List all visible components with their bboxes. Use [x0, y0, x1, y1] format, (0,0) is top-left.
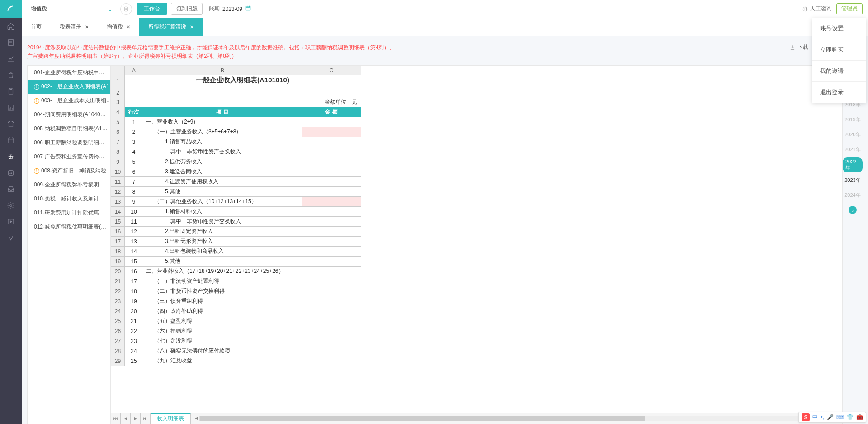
- line-number[interactable]: 18: [125, 286, 143, 296]
- line-number[interactable]: 11: [125, 217, 143, 227]
- line-number[interactable]: 12: [125, 227, 143, 237]
- row-header[interactable]: 10: [111, 167, 125, 177]
- tab-0[interactable]: 首页: [22, 18, 51, 36]
- report-item-6[interactable]: 007-广告费和业务宣传费跨…: [28, 150, 110, 164]
- item-cell[interactable]: （二）非货币性资产交换利得: [143, 286, 302, 296]
- row-header[interactable]: 12: [111, 187, 125, 197]
- user-menu-item-3[interactable]: 退出登录: [812, 82, 866, 103]
- close-icon[interactable]: ✕: [127, 24, 130, 29]
- cell[interactable]: [125, 88, 143, 97]
- row-header[interactable]: 17: [111, 237, 125, 247]
- item-cell[interactable]: 5.其他: [143, 257, 302, 267]
- nav-inbox-icon[interactable]: [0, 181, 22, 197]
- item-cell[interactable]: （八）确实无法偿付的应付款项: [143, 346, 302, 356]
- nav-calendar-icon[interactable]: [0, 132, 22, 148]
- line-number[interactable]: 15: [125, 257, 143, 267]
- ime-toolbar[interactable]: S 中 •, 🎤 ⌨ 👕 🧰: [798, 412, 866, 423]
- item-cell[interactable]: （二）其他业务收入（10+12+13+14+15）: [143, 197, 302, 207]
- item-cell[interactable]: （四）政府补助利得: [143, 306, 302, 316]
- row-header[interactable]: 14: [111, 207, 125, 217]
- sheet-nav-last[interactable]: ⏭: [141, 413, 151, 424]
- close-icon[interactable]: ✕: [85, 24, 89, 29]
- nav-tax-icon[interactable]: [0, 148, 22, 165]
- row-header[interactable]: 18: [111, 247, 125, 257]
- year-item-2022年[interactable]: 2022年: [843, 157, 863, 172]
- line-number[interactable]: 16: [125, 267, 143, 276]
- row-header[interactable]: 1: [111, 75, 125, 88]
- item-cell[interactable]: 3.出租无形资产收入: [143, 237, 302, 247]
- row-header[interactable]: 19: [111, 257, 125, 267]
- tab-1[interactable]: 税表清册✕: [51, 18, 98, 36]
- amount-cell[interactable]: [302, 257, 361, 267]
- item-cell[interactable]: 其中：非货币性资产交换收入: [143, 217, 302, 227]
- row-header[interactable]: 2: [111, 88, 125, 97]
- line-number[interactable]: 20: [125, 306, 143, 316]
- amount-cell[interactable]: [302, 197, 361, 207]
- nav-shirt-icon[interactable]: [0, 116, 22, 132]
- report-item-0[interactable]: 001-企业所得税年度纳税申…: [28, 66, 110, 80]
- amount-cell[interactable]: [302, 207, 361, 217]
- amount-cell[interactable]: [302, 177, 361, 187]
- row-header[interactable]: 13: [111, 197, 125, 207]
- row-header[interactable]: 15: [111, 217, 125, 227]
- user-menu-item-0[interactable]: 账号设置: [812, 18, 866, 39]
- ime-mic-icon[interactable]: 🎤: [827, 414, 834, 420]
- user-menu-item-1[interactable]: 立即购买: [812, 39, 866, 61]
- admin-button[interactable]: 管理员: [836, 3, 863, 14]
- amount-cell[interactable]: [302, 167, 361, 177]
- report-item-7[interactable]: !008-资产折旧、摊销及纳税…: [28, 164, 110, 178]
- nav-chart-icon[interactable]: [0, 51, 22, 67]
- item-cell[interactable]: （六）捐赠利得: [143, 326, 302, 336]
- amount-cell[interactable]: [302, 147, 361, 157]
- year-expand-icon[interactable]: ⌄: [849, 206, 857, 214]
- ime-punct-icon[interactable]: •,: [821, 414, 824, 420]
- nav-refresh-icon[interactable]: [0, 165, 22, 181]
- hdr-amount[interactable]: 金 额: [302, 107, 361, 117]
- sheet-nav-prev[interactable]: ◀: [121, 413, 131, 424]
- app-logo[interactable]: [0, 0, 22, 18]
- col-header-c[interactable]: C: [302, 66, 361, 75]
- nav-report-icon[interactable]: [0, 100, 22, 116]
- year-item-2021年[interactable]: 2021年: [844, 143, 860, 157]
- sheet-title[interactable]: 一般企业收入明细表(A101010): [125, 75, 361, 88]
- line-number[interactable]: 22: [125, 326, 143, 336]
- nav-v-icon[interactable]: [0, 230, 22, 246]
- row-header[interactable]: 9: [111, 157, 125, 167]
- nav-clipboard-icon[interactable]: [0, 83, 22, 100]
- row-header[interactable]: 7: [111, 137, 125, 147]
- line-number[interactable]: 25: [125, 356, 143, 366]
- amount-cell[interactable]: [302, 127, 361, 137]
- report-item-2[interactable]: !003-一般企业成本支出明细…: [28, 94, 110, 108]
- unit-label[interactable]: 金额单位：元: [302, 97, 361, 107]
- line-number[interactable]: 6: [125, 167, 143, 177]
- nav-play-icon[interactable]: [0, 214, 22, 230]
- download-action[interactable]: 下载: [789, 43, 808, 51]
- item-cell[interactable]: 2.提供劳务收入: [143, 157, 302, 167]
- ime-lang[interactable]: 中: [812, 414, 818, 421]
- line-number[interactable]: 21: [125, 316, 143, 326]
- line-number[interactable]: 3: [125, 137, 143, 147]
- period-value[interactable]: 2023-09: [222, 6, 242, 12]
- line-number[interactable]: 17: [125, 276, 143, 286]
- line-number[interactable]: 4: [125, 147, 143, 157]
- cell[interactable]: [143, 88, 302, 97]
- workspace-button[interactable]: 工作台: [137, 3, 167, 15]
- line-number[interactable]: 23: [125, 336, 143, 346]
- ime-toolbox-icon[interactable]: 🧰: [856, 414, 863, 420]
- nav-doc-icon[interactable]: [0, 34, 22, 51]
- amount-cell[interactable]: [302, 157, 361, 167]
- cell[interactable]: [125, 97, 143, 107]
- item-cell[interactable]: （三）债务重组利得: [143, 296, 302, 306]
- user-menu-item-2[interactable]: 我的邀请: [812, 61, 866, 82]
- amount-cell[interactable]: [302, 306, 361, 316]
- item-cell[interactable]: 二、营业外收入（17+18+19+20+21+22+23+24+25+26）: [143, 267, 302, 276]
- cell[interactable]: [302, 88, 361, 97]
- tab-2[interactable]: 增值税✕: [98, 18, 139, 36]
- cell[interactable]: [143, 97, 302, 107]
- report-item-5[interactable]: 006-职工薪酬纳税调整明细…: [28, 136, 110, 150]
- year-item-2023年[interactable]: 2023年: [844, 173, 860, 187]
- report-item-8[interactable]: 009-企业所得税弥补亏损明…: [28, 178, 110, 192]
- item-cell[interactable]: 其中：非货币性资产交换收入: [143, 147, 302, 157]
- row-header[interactable]: 26: [111, 326, 125, 336]
- report-item-4[interactable]: 005-纳税调整项目明细表(A1…: [28, 122, 110, 136]
